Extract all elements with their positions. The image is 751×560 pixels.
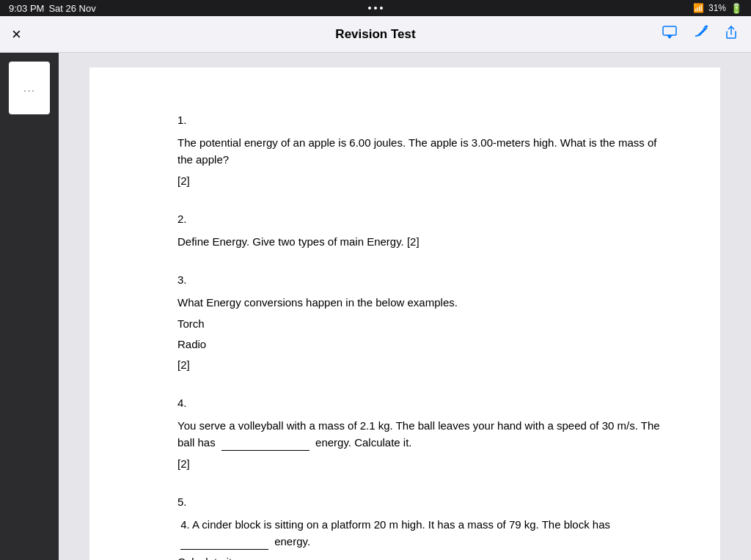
top-bar-right — [662, 24, 739, 44]
document-page: 1. The potential energy of an apple is 6… — [89, 67, 720, 560]
question-2-number: 2. — [177, 210, 662, 228]
sidebar: ... — [0, 53, 59, 560]
airplay-icon[interactable] — [662, 24, 678, 44]
status-bar: 9:03 PM Sat 26 Nov 📶 31% 🔋 — [0, 0, 751, 16]
status-bar-center — [368, 7, 383, 10]
question-5-blank — [180, 549, 268, 550]
close-button[interactable]: × — [12, 26, 21, 43]
thumbnail-dots: ... — [23, 81, 35, 95]
status-bar-left: 9:03 PM Sat 26 Nov — [9, 3, 96, 14]
top-bar-left[interactable]: × — [12, 26, 21, 43]
share-icon[interactable] — [723, 24, 739, 44]
edit-icon[interactable] — [692, 24, 708, 44]
date: Sat 26 Nov — [48, 3, 95, 14]
question-4-blank — [221, 450, 309, 451]
question-5-number: 5. — [177, 493, 662, 511]
dot3 — [380, 7, 383, 10]
question-4-marks: [2] — [177, 455, 662, 473]
question-3-marks: [2] — [177, 356, 662, 374]
page-thumbnail[interactable]: ... — [9, 62, 50, 114]
question-3-radio: Radio — [177, 336, 662, 353]
question-2-text: Define Energy. Give two types of main En… — [177, 234, 662, 251]
question-3-torch: Torch — [177, 315, 662, 333]
battery-indicator: 31% — [708, 3, 726, 13]
question-1-text: The potential energy of an apple is 6.00… — [177, 135, 662, 168]
question-3-number: 3. — [177, 271, 662, 289]
question-3: 3. What Energy conversions happen in the… — [177, 271, 662, 375]
question-1-marks: [2] — [177, 172, 662, 190]
document-title: Revision Test — [335, 27, 415, 42]
question-5: 5. 4. A cinder block is sitting on a pla… — [177, 493, 662, 560]
question-2: 2. Define Energy. Give two types of main… — [177, 210, 662, 251]
question-4: 4. You serve a volleyball with a mass of… — [177, 394, 662, 473]
top-bar: × Revision Test — [0, 16, 751, 53]
dot1 — [368, 7, 371, 10]
wifi-icon: 📶 — [693, 3, 704, 13]
question-1-number: 1. — [177, 111, 662, 129]
status-bar-right: 📶 31% 🔋 — [693, 3, 742, 14]
dot2 — [374, 7, 377, 10]
question-4-text: You serve a volleyball with a mass of 2.… — [177, 418, 662, 451]
question-5-text2: Calculate it. — [177, 554, 662, 560]
question-3-text: What Energy conversions happen in the be… — [177, 295, 662, 312]
main-layout: ... 1. The potential energy of an apple … — [0, 53, 751, 560]
question-1: 1. The potential energy of an apple is 6… — [177, 111, 662, 190]
question-5-text: 4. A cinder block is sitting on a platfo… — [177, 517, 662, 550]
document-area[interactable]: 1. The potential energy of an apple is 6… — [59, 53, 751, 560]
svg-rect-0 — [663, 26, 676, 35]
time: 9:03 PM — [9, 3, 44, 14]
battery-icon: 🔋 — [730, 3, 742, 14]
question-4-number: 4. — [177, 394, 662, 412]
svg-marker-1 — [667, 35, 673, 39]
